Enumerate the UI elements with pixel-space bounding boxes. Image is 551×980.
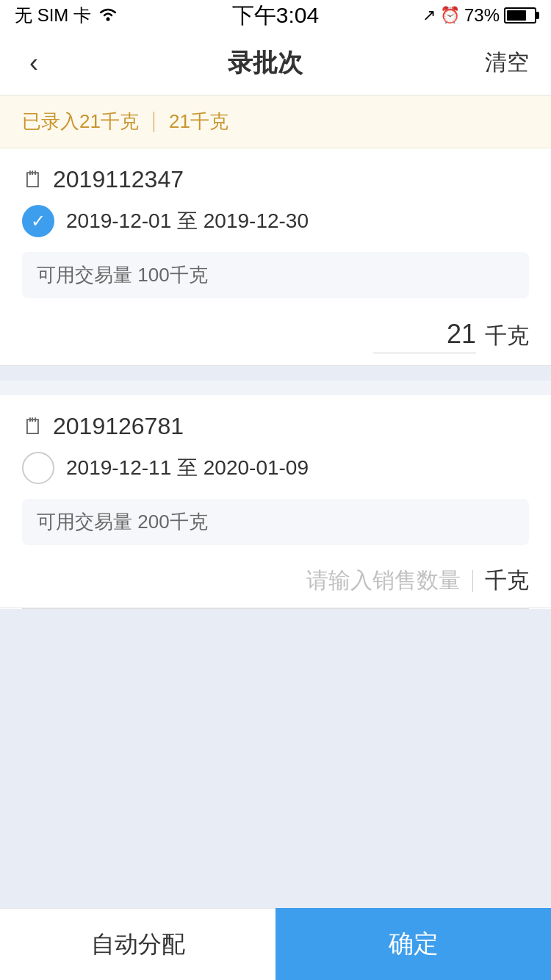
batch-2-avail: 可用交易量 200千克	[22, 499, 529, 545]
batch-2-quantity-row: 请输入销售数量 千克	[0, 557, 551, 608]
confirm-button[interactable]: 确定	[276, 908, 551, 980]
batch-1-unit: 千克	[485, 321, 529, 351]
batch-2-unit: 千克	[485, 566, 529, 596]
batch-card-2: 🗒 2019126781 2019-12-11 至 2020-01-09 可用交…	[0, 395, 551, 609]
nav-bar: ‹ 录批次 清空	[0, 31, 551, 96]
batch-1-avail: 可用交易量 100千克	[22, 252, 529, 298]
carrier-label: 无 SIM 卡	[15, 4, 91, 27]
batch-1-radio[interactable]: ✓	[22, 205, 54, 237]
status-bar: 无 SIM 卡 下午3:04 ↗ ⏰ 73%	[0, 0, 551, 31]
batch-1-id: 2019112347	[53, 166, 184, 193]
svg-point-0	[107, 18, 110, 21]
auto-distribute-button[interactable]: 自动分配	[0, 908, 276, 980]
status-left: 无 SIM 卡	[15, 4, 119, 27]
info-banner: 已录入21千克 21千克	[0, 96, 551, 148]
recorded-value: 21千克	[169, 109, 228, 134]
batch-1-icon: 🗒	[22, 167, 44, 192]
page-title: 录批次	[228, 46, 303, 80]
batch-2-id: 2019126781	[53, 413, 184, 440]
battery-percent: 73%	[464, 5, 500, 26]
batch-2-date-row: 2019-12-11 至 2020-01-09	[0, 446, 551, 493]
batch-2-date: 2019-12-11 至 2020-01-09	[66, 454, 309, 482]
bottom-bar: 自动分配 确定	[0, 908, 551, 980]
location-icon: ↗	[422, 6, 436, 25]
time-display: 下午3:04	[232, 1, 319, 31]
batch-card-1: 🗒 2019112347 ✓ 2019-12-01 至 2019-12-30 可…	[0, 148, 551, 366]
input-cursor	[472, 570, 473, 592]
batch-1-quantity-input[interactable]	[373, 319, 476, 353]
check-icon: ✓	[31, 211, 46, 231]
info-divider	[154, 112, 154, 132]
battery-icon	[504, 7, 536, 24]
clear-button[interactable]: 清空	[485, 48, 529, 78]
back-button[interactable]: ‹	[22, 40, 46, 86]
batch-1-quantity-row: 千克	[0, 310, 551, 366]
batch-2-radio[interactable]	[22, 452, 54, 484]
section-separator	[0, 366, 551, 381]
batch-1-date-row: ✓ 2019-12-01 至 2019-12-30	[0, 199, 551, 246]
status-right: ↗ ⏰ 73%	[422, 5, 536, 26]
batch-1-header: 🗒 2019112347	[0, 148, 551, 199]
batch-2-icon: 🗒	[22, 414, 44, 439]
batch-2-header: 🗒 2019126781	[0, 395, 551, 446]
alarm-icon: ⏰	[440, 6, 460, 25]
recorded-label: 已录入21千克	[22, 109, 139, 134]
batch-2-quantity-placeholder: 请输入销售数量	[306, 566, 461, 596]
main-content: 已录入21千克 21千克 🗒 2019112347 ✓ 2019-12-01 至…	[0, 96, 551, 980]
wifi-icon	[97, 5, 119, 26]
batch-1-date: 2019-12-01 至 2019-12-30	[66, 207, 309, 235]
